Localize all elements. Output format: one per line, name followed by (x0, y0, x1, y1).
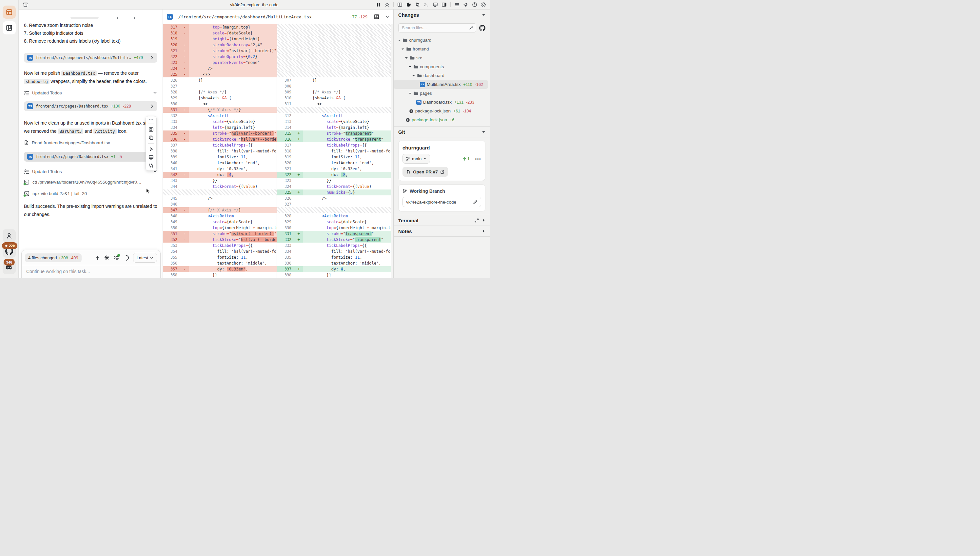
updated-todos-row[interactable]: Updated Todos (24, 90, 157, 95)
tree-file-package-lock.json[interactable]: package-lock.json+61-104 (394, 107, 488, 115)
diff-row: 334 left={margin.left} (163, 124, 277, 131)
diff-row: 320- strokeDasharray="2,4" (163, 42, 277, 48)
diff-scrollbar[interactable] (391, 24, 393, 278)
inline-code: Activity (94, 129, 116, 134)
chevron-down-icon[interactable] (385, 15, 389, 19)
diff-row: 331+ stroke="transparent" (277, 231, 393, 237)
tree-folder-dashboard[interactable]: dashboard (394, 71, 488, 80)
terminal-toggle[interactable] (424, 2, 429, 7)
scroll-up-button[interactable] (95, 255, 100, 260)
message-input[interactable] (26, 268, 158, 275)
assistant-list: 6. Remove zoom instruction noise 7. Soft… (24, 21, 157, 45)
copy-button[interactable] (149, 135, 154, 140)
panel-right-toggle[interactable] (441, 2, 447, 7)
terminal-command-row[interactable]: cd /private/var/folders/10/h7w0q46556ggr… (24, 179, 157, 185)
diff-row: 308 (277, 83, 393, 89)
additions-count: +61 (453, 109, 460, 113)
file-diff-chip[interactable]: TS frontend/src/pages/Dashboard.tsx +1 -… (24, 152, 157, 162)
commits-ahead[interactable]: 1 (462, 157, 470, 161)
view-changes-button[interactable] (149, 127, 154, 132)
panel-left-toggle[interactable] (397, 2, 402, 7)
collapse-all-button[interactable] (384, 2, 390, 7)
files-changed-chip[interactable]: 4 files changed +308 -499 (25, 254, 82, 262)
board-view-button[interactable] (3, 21, 16, 34)
file-diff-chip[interactable]: TS frontend/src/components/dashboard/Mul… (24, 53, 157, 63)
version-dropdown[interactable]: Latest (133, 253, 157, 263)
composer: 4 files changed +308 -499 Latest (21, 250, 161, 278)
diff-row: 335- stroke="hsl(var(--border))" (163, 131, 277, 136)
archive-icon (23, 2, 28, 8)
terminal-command-row[interactable]: npx vite build 2>&1 | tail -20 (24, 191, 157, 196)
chat-panel-toggle[interactable] (406, 2, 411, 7)
pause-button[interactable] (376, 2, 381, 7)
collapse-tree-icon[interactable] (469, 26, 473, 30)
search-box[interactable] (398, 23, 476, 32)
chevron-right-icon (482, 230, 485, 233)
archive-button[interactable] (23, 2, 28, 8)
expand-icon[interactable] (475, 218, 479, 223)
folder-icon (402, 38, 407, 43)
tree-file-Dashboard.tsx[interactable]: TSDashboard.tsx+131-233 (394, 98, 488, 107)
menu-button[interactable] (454, 2, 460, 7)
tasks-view-button[interactable] (3, 6, 16, 19)
changes-section-header[interactable]: Changes (394, 10, 490, 20)
read-file-row[interactable]: Read frontend/src/pages/Dashboard.tsx (24, 140, 157, 145)
tree-file-package-lock.json[interactable]: package-lock.json+6 (394, 115, 488, 124)
diff-row: 319 fontSize: 11, (277, 154, 393, 160)
run-button[interactable] (149, 147, 154, 152)
diff-logo-icon[interactable] (374, 14, 379, 20)
feedback-button[interactable] (463, 2, 468, 7)
status-dot (23, 183, 26, 186)
diff-row: 324- /> (163, 66, 277, 71)
additions-count: +6 (450, 118, 454, 122)
file-diff-chip[interactable]: TS frontend/src/pages/Dashboard.tsx +130… (24, 101, 157, 111)
diff-row: 319- height={innerHeight} (163, 36, 277, 42)
tree-folder-churnguard[interactable]: churnguard (394, 36, 488, 45)
help-button[interactable] (472, 2, 477, 7)
git-compare-button[interactable] (149, 163, 154, 168)
tree-folder-frontend[interactable]: frontend (394, 45, 488, 53)
settings-button[interactable] (481, 2, 486, 7)
message-hover-toolbar (145, 116, 157, 171)
more-options-button[interactable] (149, 119, 154, 121)
diff-row: 325- </> (163, 71, 277, 78)
typescript-icon: TS (167, 14, 173, 20)
more-options-button[interactable]: ••• (475, 156, 481, 162)
spark-icon[interactable] (104, 255, 110, 260)
tree-folder-components[interactable]: components (394, 62, 488, 71)
edit-branch-icon[interactable] (473, 200, 478, 204)
diff-row: 309 {/* Axes */} (277, 89, 393, 95)
monitor-toggle[interactable] (433, 2, 438, 7)
todos-status-button[interactable] (114, 255, 119, 260)
tree-file-MultiLineArea.tsx[interactable]: TSMultiLineArea.tsx+110-162 (394, 80, 488, 89)
tree-folder-pages[interactable]: pages (394, 89, 488, 98)
user-icon (6, 232, 13, 239)
diff-filler-row (277, 42, 393, 48)
diff-row: 321 dy: '0.33em', (277, 166, 393, 172)
search-input[interactable] (401, 25, 467, 31)
inline-code: BarChart3 (58, 129, 84, 134)
github-sync-button[interactable] (479, 25, 485, 31)
branch-dropdown[interactable]: main (402, 154, 430, 163)
diff-row: 315+ stroke="transparent" (277, 131, 393, 136)
diff-row: 336 textAnchor: 'middle', (277, 260, 393, 266)
terminal-section-header[interactable]: Terminal (394, 215, 490, 226)
diff-additions: +77 (350, 15, 357, 19)
top-bar: vk/4e2a-explore-the-code (19, 0, 490, 10)
updated-todos-row[interactable]: Updated Todos (24, 169, 157, 174)
working-branch-field[interactable]: vk/4e2a-explore-the-code (402, 197, 481, 207)
account-button[interactable] (3, 229, 16, 242)
preview-button[interactable] (149, 155, 154, 160)
chevron-down-icon (408, 65, 412, 68)
tree-item-label: src (416, 55, 422, 60)
folder-icon (413, 64, 418, 69)
tree-folder-src[interactable]: src (394, 53, 488, 62)
git-section-body: churnguard main 1 ••• Open PR #7 (394, 137, 490, 215)
diff-row: 311 <> (277, 101, 393, 107)
notes-section-header[interactable]: Notes (394, 226, 490, 237)
open-pr-button[interactable]: Open PR #7 (402, 167, 448, 177)
git-compare-toggle[interactable] (415, 2, 420, 7)
diff-row: 323 }} (277, 178, 393, 184)
git-section-header[interactable]: Git (394, 126, 490, 137)
diff-row: 334 fill: 'hsl(var(--muted-foreground))'… (277, 249, 393, 254)
